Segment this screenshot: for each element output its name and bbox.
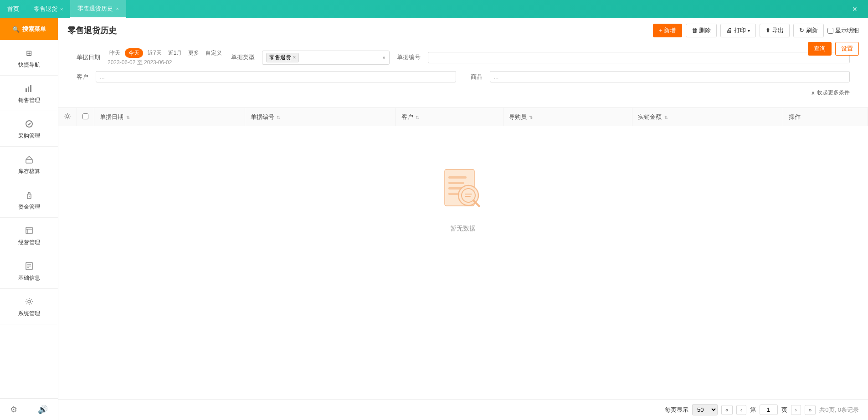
tab-retail-return-history-close[interactable]: × <box>116 6 118 11</box>
svg-rect-1 <box>28 87 29 92</box>
sidebar-item-operations[interactable]: 经营管理 <box>0 218 58 253</box>
empty-text: 暂无数据 <box>450 225 476 233</box>
sidebar-item-sales-label: 销售管理 <box>18 97 40 104</box>
sidebar-search[interactable]: 🔍 搜索菜单 <box>0 18 58 40</box>
sidebar-item-basic-info[interactable]: 基础信息 <box>0 253 58 289</box>
th-docno[interactable]: 单据编号 ⇅ <box>245 108 395 126</box>
th-docno-label: 单据编号 <box>251 113 274 120</box>
date-option-last1month[interactable]: 近1月 <box>166 48 184 58</box>
svg-rect-0 <box>26 88 27 92</box>
toolbar: + 新增 🗑 删除 🖨 打印 ▾ ⬆ 导出 ↻ 刷新 <box>653 24 859 37</box>
tab-retail-return[interactable]: 零售退货 × <box>26 0 70 18</box>
th-guide[interactable]: 导购员 ⇅ <box>503 108 632 126</box>
operations-icon <box>23 224 36 237</box>
sidebar-item-purchase[interactable]: 采购管理 <box>0 111 58 147</box>
top-bar-right: × <box>848 5 868 14</box>
th-customer[interactable]: 客户 ⇅ <box>395 108 503 126</box>
sidebar-item-basic-info-label: 基础信息 <box>18 274 40 282</box>
svg-rect-18 <box>448 182 464 184</box>
tab-retail-return-history[interactable]: 零售退货历史 × <box>70 0 126 18</box>
settings-button-label: 设置 <box>841 45 853 53</box>
th-checkbox[interactable] <box>77 108 94 126</box>
first-page-button[interactable]: « <box>721 405 733 415</box>
refresh-button-label: ↻ 刷新 <box>799 26 818 35</box>
empty-illustration <box>436 163 490 217</box>
date-sort-icon: ⇅ <box>126 115 130 120</box>
sidebar-nav: ⊞ 快捷导航 销售管理 采购管理 库存核算 <box>0 40 58 398</box>
show-detail-label: 显示明细 <box>835 26 859 35</box>
th-amount[interactable]: 实销金额 ⇅ <box>632 108 783 126</box>
doc-type-tag-close[interactable]: × <box>293 54 296 61</box>
svg-rect-4 <box>26 159 32 163</box>
sidebar-item-quick-nav-label: 快捷导航 <box>18 61 40 69</box>
sidebar-item-system-label: 系统管理 <box>18 310 40 318</box>
system-icon <box>23 295 36 308</box>
search-icon: 🔍 <box>12 26 20 33</box>
query-button[interactable]: 查询 <box>808 42 832 56</box>
purchase-icon <box>23 118 36 130</box>
th-date-label: 单据日期 <box>100 113 123 120</box>
doc-type-dropdown-arrow: ∨ <box>382 55 385 60</box>
doc-type-tag: 零售退货 × <box>266 53 299 62</box>
sidebar-item-finance[interactable]: 资金管理 <box>0 182 58 218</box>
page-size-select[interactable]: 10 20 50 100 <box>692 404 718 415</box>
svg-point-6 <box>29 196 30 197</box>
select-all-checkbox[interactable] <box>82 113 88 119</box>
date-option-custom[interactable]: 自定义 <box>204 48 224 58</box>
show-detail-checkbox[interactable]: 显示明细 <box>827 26 859 35</box>
prev-page-button[interactable]: ‹ <box>736 405 746 415</box>
tab-home-label: 首页 <box>7 5 19 13</box>
delete-button[interactable]: 🗑 删除 <box>686 24 717 37</box>
date-option-last7[interactable]: 近7天 <box>146 48 164 58</box>
date-options: 昨天 今天 近7天 近1月 更多 自定义 2023-06-02 至 2023-0… <box>108 48 224 67</box>
sidebar-search-label: 搜索菜单 <box>22 25 46 33</box>
doc-type-dropdown[interactable]: 零售退货 × ∨ <box>262 51 390 65</box>
page-header: 零售退货历史 + 新增 🗑 删除 🖨 打印 ▾ ⬆ 导出 <box>58 18 868 108</box>
date-option-today[interactable]: 今天 <box>125 48 143 58</box>
goods-dropdown[interactable]: ... <box>490 71 850 82</box>
sidebar-item-quick-nav[interactable]: ⊞ 快捷导航 <box>0 40 58 76</box>
finance-icon <box>23 189 36 201</box>
show-detail-input[interactable] <box>827 28 833 34</box>
sidebar-item-system[interactable]: 系统管理 <box>0 289 58 324</box>
docno-sort-icon: ⇅ <box>277 115 280 120</box>
tab-retail-return-close[interactable]: × <box>60 6 63 12</box>
th-action-label: 操作 <box>789 113 801 120</box>
customer-sort-icon: ⇅ <box>416 115 419 120</box>
tab-home[interactable]: 首页 <box>0 0 26 18</box>
date-options-row: 昨天 今天 近7天 近1月 更多 自定义 <box>108 48 224 58</box>
last-page-button[interactable]: » <box>805 405 816 415</box>
data-table: 单据日期 ⇅ 单据编号 ⇅ 客户 ⇅ 导购员 ⇅ <box>58 108 868 269</box>
page-label-before: 第 <box>750 406 756 414</box>
sidebar-settings-button[interactable]: ⚙ <box>10 405 17 415</box>
svg-point-15 <box>66 115 69 118</box>
th-date[interactable]: 单据日期 ⇅ <box>94 108 245 126</box>
collapse-button[interactable]: ∧ 收起更多条件 <box>811 87 850 100</box>
export-button[interactable]: ⬆ 导出 <box>760 24 790 37</box>
collapse-label: 收起更多条件 <box>817 89 850 97</box>
pagination-bar: 每页显示 10 20 50 100 « ‹ 第 页 › » 共0页, 0条记录 <box>58 399 868 420</box>
window-close-button[interactable]: × <box>848 5 861 14</box>
filter-row-1: 单据日期 昨天 今天 近7天 近1月 更多 自定义 2023-06-02 至 2… <box>77 48 850 67</box>
goods-placeholder: ... <box>494 73 499 80</box>
doc-no-input[interactable] <box>428 52 850 63</box>
svg-rect-7 <box>26 227 32 234</box>
sidebar-item-sales[interactable]: 销售管理 <box>0 76 58 111</box>
sales-icon <box>23 82 36 95</box>
next-page-button[interactable]: › <box>791 405 801 415</box>
add-button[interactable]: + 新增 <box>653 24 682 37</box>
date-option-more[interactable]: 更多 <box>186 48 201 58</box>
date-option-yesterday[interactable]: 昨天 <box>108 48 122 58</box>
sidebar-item-inventory[interactable]: 库存核算 <box>0 147 58 182</box>
content-area: 零售退货历史 + 新增 🗑 删除 🖨 打印 ▾ ⬆ 导出 <box>58 18 868 420</box>
sidebar-sound-button[interactable]: 🔊 <box>38 405 48 415</box>
customer-dropdown[interactable]: ... <box>96 71 456 82</box>
sidebar-item-operations-label: 经营管理 <box>18 239 40 246</box>
table-header: 单据日期 ⇅ 单据编号 ⇅ 客户 ⇅ 导购员 ⇅ <box>58 108 868 126</box>
th-amount-label: 实销金额 <box>638 113 662 120</box>
refresh-button[interactable]: ↻ 刷新 <box>793 24 824 37</box>
print-button[interactable]: 🖨 打印 ▾ <box>720 24 756 37</box>
settings-button[interactable]: 设置 <box>835 42 859 56</box>
page-number-input[interactable] <box>760 405 778 415</box>
th-settings[interactable] <box>58 108 77 126</box>
